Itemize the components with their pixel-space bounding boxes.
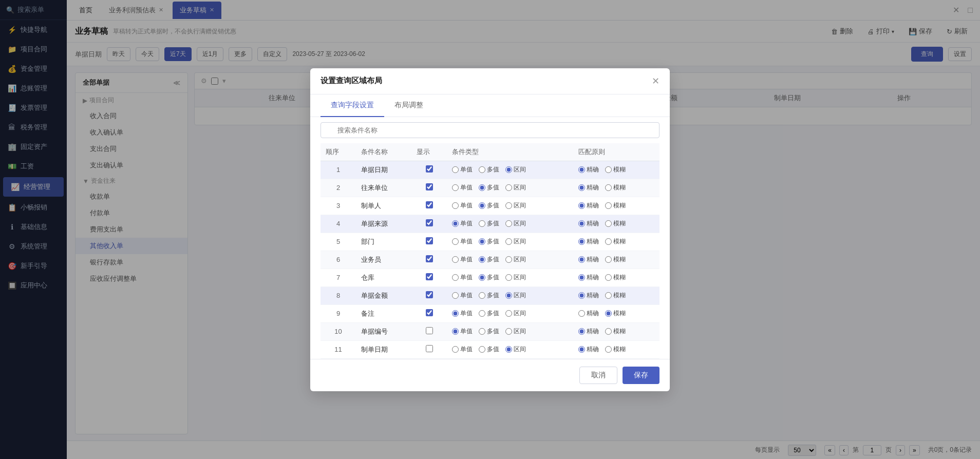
row-name: 仓库 (356, 269, 411, 286)
modal-save-button[interactable]: 保存 (623, 367, 659, 384)
radio-range[interactable]: 区间 (505, 255, 526, 264)
cancel-button[interactable]: 取消 (579, 367, 617, 384)
row-display (411, 286, 447, 304)
row-name: 单据来源 (356, 215, 411, 233)
radio-multi[interactable]: 多值 (479, 345, 499, 354)
radio-precise[interactable]: 精确 (578, 183, 599, 192)
radio-multi[interactable]: 多值 (479, 201, 499, 210)
radio-range[interactable]: 区间 (505, 309, 526, 318)
radio-precise[interactable]: 精确 (578, 345, 599, 354)
row-display (411, 251, 447, 269)
row-display-checkbox[interactable] (426, 291, 433, 298)
row-display (411, 269, 447, 286)
radio-single[interactable]: 单值 (452, 219, 473, 228)
radio-multi[interactable]: 多值 (479, 273, 499, 282)
row-display-checkbox[interactable] (426, 273, 433, 280)
row-condition-type: 单值 多值 区间 (447, 179, 573, 197)
radio-single[interactable]: 单值 (452, 237, 473, 246)
modal-tab-field-settings[interactable]: 查询字段设置 (321, 94, 384, 117)
modal-tab-layout-adjust[interactable]: 布局调整 (384, 94, 434, 117)
radio-range[interactable]: 区间 (505, 345, 526, 354)
modal-col-name: 条件名称 (356, 143, 411, 161)
radio-single[interactable]: 单值 (452, 345, 473, 354)
radio-single[interactable]: 单值 (452, 327, 473, 336)
row-order: 7 (321, 269, 356, 286)
row-display-checkbox[interactable] (426, 327, 433, 334)
radio-multi[interactable]: 多值 (479, 237, 499, 246)
row-match-principle: 精确 模糊 (573, 179, 659, 197)
radio-single[interactable]: 单值 (452, 273, 473, 282)
radio-precise[interactable]: 精确 (578, 219, 599, 228)
radio-range[interactable]: 区间 (505, 237, 526, 246)
radio-multi[interactable]: 多值 (479, 291, 499, 300)
radio-precise[interactable]: 精确 (578, 255, 599, 264)
radio-fuzzy[interactable]: 模糊 (605, 201, 626, 210)
radio-precise[interactable]: 精确 (578, 273, 599, 282)
modal-table-row: 9 备注 单值 多值 区间 (321, 304, 659, 322)
radio-single[interactable]: 单值 (452, 255, 473, 264)
radio-fuzzy[interactable]: 模糊 (605, 273, 626, 282)
radio-precise[interactable]: 精确 (578, 291, 599, 300)
radio-precise[interactable]: 精确 (578, 309, 599, 318)
radio-multi[interactable]: 多值 (479, 183, 499, 192)
radio-fuzzy[interactable]: 模糊 (605, 327, 626, 336)
radio-range[interactable]: 区间 (505, 201, 526, 210)
row-display-checkbox[interactable] (426, 255, 433, 262)
radio-fuzzy[interactable]: 模糊 (605, 183, 626, 192)
radio-multi[interactable]: 多值 (479, 309, 499, 318)
row-display-checkbox[interactable] (426, 219, 433, 226)
row-name: 业务员 (356, 251, 411, 269)
row-display-checkbox[interactable] (426, 165, 433, 173)
row-display-checkbox[interactable] (426, 183, 433, 190)
radio-single[interactable]: 单值 (452, 291, 473, 300)
modal-table: 顺序 条件名称 显示 条件类型 匹配原则 1 单据日期 (321, 143, 659, 359)
row-match-principle: 精确 模糊 (573, 161, 659, 179)
row-condition-type: 单值 多值 区间 (447, 161, 573, 179)
radio-precise[interactable]: 精确 (578, 165, 599, 174)
search-wrapper: 🔍 (321, 122, 659, 138)
radio-fuzzy[interactable]: 模糊 (605, 345, 626, 354)
row-name: 往来单位 (356, 179, 411, 197)
row-condition-type: 单值 多值 区间 (447, 251, 573, 269)
modal-table-row: 10 单据编号 单值 多值 区间 (321, 322, 659, 340)
row-display-checkbox[interactable] (426, 309, 433, 316)
radio-multi[interactable]: 多值 (479, 165, 499, 174)
row-order: 4 (321, 215, 356, 233)
radio-multi[interactable]: 多值 (479, 255, 499, 264)
radio-precise[interactable]: 精确 (578, 201, 599, 210)
radio-single[interactable]: 单值 (452, 183, 473, 192)
radio-range[interactable]: 区间 (505, 165, 526, 174)
radio-range[interactable]: 区间 (505, 183, 526, 192)
modal-overlay: 设置查询区域布局 ✕ 查询字段设置 布局调整 🔍 顺序 条件名称 (0, 0, 980, 459)
row-order: 1 (321, 161, 356, 179)
radio-range[interactable]: 区间 (505, 327, 526, 336)
radio-fuzzy[interactable]: 模糊 (605, 165, 626, 174)
radio-range[interactable]: 区间 (505, 291, 526, 300)
radio-single[interactable]: 单值 (452, 165, 473, 174)
row-display-checkbox[interactable] (426, 345, 433, 352)
radio-fuzzy[interactable]: 模糊 (605, 219, 626, 228)
row-display-checkbox[interactable] (426, 201, 433, 208)
row-order: 6 (321, 251, 356, 269)
modal-close-button[interactable]: ✕ (652, 75, 659, 87)
radio-multi[interactable]: 多值 (479, 219, 499, 228)
modal-search-area: 🔍 (310, 117, 670, 143)
radio-range[interactable]: 区间 (505, 219, 526, 228)
radio-fuzzy[interactable]: 模糊 (605, 309, 626, 318)
radio-fuzzy[interactable]: 模糊 (605, 291, 626, 300)
radio-fuzzy[interactable]: 模糊 (605, 237, 626, 246)
radio-single[interactable]: 单值 (452, 201, 473, 210)
row-name: 制单人 (356, 197, 411, 215)
radio-precise[interactable]: 精确 (578, 327, 599, 336)
modal-search-input[interactable] (321, 122, 659, 138)
radio-fuzzy[interactable]: 模糊 (605, 255, 626, 264)
row-match-principle: 精确 模糊 (573, 269, 659, 286)
row-name: 单据编号 (356, 322, 411, 340)
row-display-checkbox[interactable] (426, 237, 433, 244)
radio-multi[interactable]: 多值 (479, 327, 499, 336)
radio-range[interactable]: 区间 (505, 273, 526, 282)
modal-table-row: 4 单据来源 单值 多值 区间 (321, 215, 659, 233)
radio-precise[interactable]: 精确 (578, 237, 599, 246)
row-name: 单据金额 (356, 286, 411, 304)
radio-single[interactable]: 单值 (452, 309, 473, 318)
